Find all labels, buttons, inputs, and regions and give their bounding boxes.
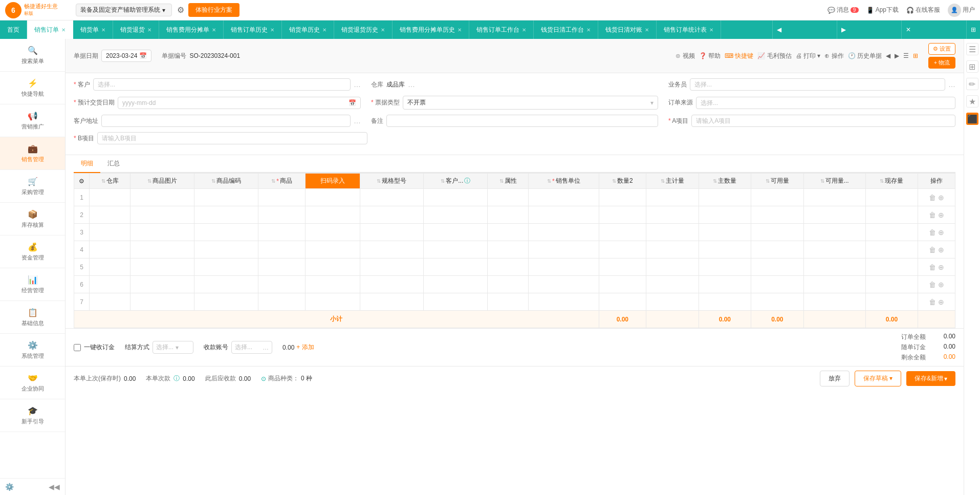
save-draft-btn[interactable]: 保存草稿 ▾: [855, 371, 901, 386]
close-icon[interactable]: ✕: [101, 27, 105, 33]
close-icon[interactable]: ✕: [586, 27, 591, 33]
right-panel-icon-4[interactable]: ★: [966, 95, 978, 107]
date-input[interactable]: 2023-03-24 📅: [101, 50, 151, 62]
print-action[interactable]: 🖨 打印 ▾: [796, 52, 821, 60]
tab-daily-workbench[interactable]: 钱货日清工作台 ✕: [534, 20, 598, 39]
view-action[interactable]: ⊙ 视频: [676, 52, 694, 60]
profit-action[interactable]: 📈 毛利预估: [757, 52, 791, 60]
online-service-item[interactable]: 🎧 在线客服: [906, 6, 940, 14]
salesperson-dots[interactable]: …: [948, 80, 955, 89]
quick-settle-checkbox[interactable]: [74, 344, 81, 351]
copy-icon-1[interactable]: ⊕: [938, 193, 944, 202]
close-icon[interactable]: ✕: [147, 27, 151, 33]
right-panel-icon-5[interactable]: ⬛: [966, 113, 978, 125]
copy-icon-2[interactable]: ⊕: [938, 211, 944, 219]
col-settings[interactable]: ⚙: [74, 174, 90, 189]
sidebar-item-purchase[interactable]: 🛒 采购管理: [0, 170, 65, 203]
nav-right-icon[interactable]: ▶: [895, 52, 899, 59]
addr-dots[interactable]: …: [354, 117, 361, 125]
customer-addr-input[interactable]: [101, 115, 351, 127]
tab-expense-history[interactable]: 销售费用分摊单历史 ✕: [393, 20, 469, 39]
delete-icon-6[interactable]: 🗑: [929, 281, 936, 289]
tab-sales-stats[interactable]: 销售订单统计表 ✕: [657, 20, 721, 39]
copy-icon-6[interactable]: ⊕: [938, 281, 944, 289]
tab-sales-expense[interactable]: 销售费用分摊单 ✕: [159, 20, 224, 39]
warehouse-dots[interactable]: …: [408, 80, 415, 89]
chat-item[interactable]: 💬 消息 9: [827, 6, 859, 14]
sidebar-item-nav[interactable]: ⚡ 快捷导航: [0, 72, 65, 104]
tab-return-history[interactable]: 销货退货历史 ✕: [334, 20, 393, 39]
list-icon[interactable]: ☰: [903, 52, 909, 59]
sidebar-item-marketing[interactable]: 📢 营销推广: [0, 104, 65, 137]
user-item[interactable]: 👤 用户: [948, 4, 975, 17]
industry-btn[interactable]: 体验行业方案: [188, 3, 239, 17]
tab-detail[interactable]: 明细: [74, 155, 100, 173]
history-action[interactable]: 🕐 历史单据: [848, 52, 882, 60]
sidebar-item-collab[interactable]: 🤝 企业协同: [0, 367, 65, 399]
delete-icon-3[interactable]: 🗑: [929, 228, 936, 236]
invoice-type-select[interactable]: 不开票 ▾: [403, 96, 658, 110]
sidebar-item-basic[interactable]: 📋 基础信息: [0, 301, 65, 334]
add-logistics-btn[interactable]: + 物流: [928, 57, 955, 69]
nav-prev-icon[interactable]: ◀: [772, 20, 786, 39]
settings-bottom-icon[interactable]: ⚙️: [5, 483, 14, 491]
sidebar-item-guide[interactable]: 🎓 新手引导: [0, 399, 65, 432]
receive-dots[interactable]: …: [263, 344, 269, 351]
tab-home[interactable]: 首页: [0, 20, 27, 39]
delete-icon-7[interactable]: 🗑: [929, 298, 936, 306]
settings-btn[interactable]: ⚙ 设置: [928, 43, 955, 55]
tab-sales-return[interactable]: 销货退货 ✕: [113, 20, 159, 39]
close-icon[interactable]: ✕: [61, 27, 66, 33]
shortcut-action[interactable]: ⌨ 快捷键: [725, 52, 753, 60]
close-icon[interactable]: ✕: [322, 27, 326, 33]
delete-icon-4[interactable]: 🗑: [929, 246, 936, 254]
right-panel-icon-2[interactable]: ⊞: [966, 60, 978, 73]
tab-order-workbench[interactable]: 销售订单工作台 ✕: [469, 20, 534, 39]
tab-sales-history[interactable]: 销货单历史 ✕: [282, 20, 334, 39]
help-action[interactable]: ❓ 帮助: [699, 52, 721, 60]
sidebar-item-system[interactable]: ⚙️ 系统管理: [0, 334, 65, 367]
tab-daily-reconcile[interactable]: 钱货日清对账 ✕: [598, 20, 657, 39]
save-new-btn[interactable]: 保存&新增 ▾: [906, 371, 955, 386]
remark-input[interactable]: [386, 115, 658, 127]
project-b-input[interactable]: [97, 132, 367, 144]
customer-dots[interactable]: …: [354, 80, 361, 89]
copy-icon-7[interactable]: ⊕: [938, 298, 944, 306]
close-icon[interactable]: ✕: [458, 27, 462, 33]
nav-next-icon[interactable]: ▶: [837, 20, 850, 39]
sidebar-item-search[interactable]: 🔍 搜索菜单: [0, 39, 65, 72]
sidebar-item-sales[interactable]: 💼 销售管理: [0, 137, 65, 170]
app-download-item[interactable]: 📱 App下载: [866, 6, 899, 14]
copy-icon-4[interactable]: ⊕: [938, 246, 944, 254]
sidebar-item-inventory[interactable]: 📦 库存核算: [0, 203, 65, 235]
close-icon[interactable]: ✕: [381, 27, 385, 33]
close-icon[interactable]: ✕: [522, 27, 526, 33]
tab-order-history[interactable]: 销售订单历史 ✕: [224, 20, 282, 39]
close-icon[interactable]: ✕: [212, 27, 216, 33]
col-scan[interactable]: 扫码录入: [306, 174, 360, 189]
receive-account-select[interactable]: 选择... …: [231, 341, 272, 354]
system-selector[interactable]: 装备及固定资产辅助管理系统 ▾: [76, 4, 172, 16]
nav-close-icon[interactable]: ✕: [901, 20, 915, 39]
order-source-input[interactable]: [696, 97, 955, 109]
delete-icon-5[interactable]: 🗑: [929, 263, 936, 271]
right-panel-icon-1[interactable]: ☰: [966, 43, 978, 55]
tab-sales-list[interactable]: 销货单 ✕: [73, 20, 113, 39]
sidebar-item-finance[interactable]: 💰 资金管理: [0, 235, 65, 268]
nav-grid-icon[interactable]: ⊞: [966, 20, 980, 39]
salesperson-input[interactable]: [690, 78, 945, 91]
operations-action[interactable]: ⊕ 操作: [824, 52, 843, 60]
tab-summary[interactable]: 汇总: [100, 155, 127, 172]
nav-left-icon[interactable]: ◀: [886, 52, 890, 59]
sidebar-item-operations[interactable]: 📊 经营管理: [0, 268, 65, 301]
close-icon[interactable]: ✕: [709, 27, 713, 33]
customer-input[interactable]: [93, 78, 351, 91]
copy-icon-3[interactable]: ⊕: [938, 228, 944, 236]
discard-btn[interactable]: 放弃: [820, 371, 850, 386]
collapse-icon[interactable]: ◀◀: [49, 483, 60, 491]
grid-icon[interactable]: ⊞: [913, 52, 918, 59]
delete-icon-2[interactable]: 🗑: [929, 211, 936, 219]
project-a-input[interactable]: [691, 115, 955, 127]
tab-sales-order[interactable]: 销售订单 ✕: [27, 20, 73, 39]
gear-icon[interactable]: ⚙: [177, 5, 184, 15]
